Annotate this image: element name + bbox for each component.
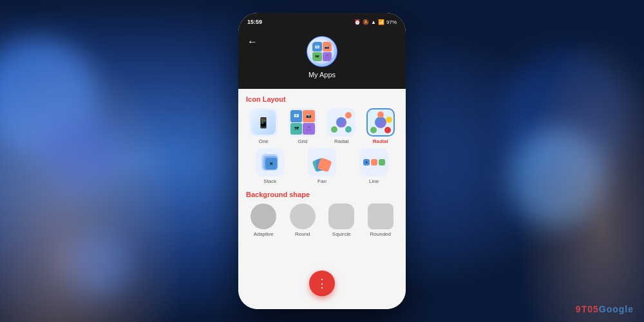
layout-grid-icon: 📧 📷 🗺 🎵 bbox=[289, 108, 317, 137]
status-icons: ⏰ 🔕 ▲ 📶 97% bbox=[354, 19, 397, 25]
shape-rounded-icon bbox=[368, 204, 393, 229]
fab-button[interactable]: ⋮ bbox=[309, 270, 335, 296]
layout-grid[interactable]: 📧 📷 🗺 🎵 Grid bbox=[285, 108, 321, 144]
layout-grid-label: Grid bbox=[298, 138, 307, 144]
layout-line-label: Line bbox=[369, 178, 379, 184]
layout-radial2-label: Radial bbox=[373, 138, 388, 144]
shape-grid: Adaptive Round Squircle Rounded bbox=[246, 204, 398, 237]
layout-one-icon: 📱 bbox=[249, 108, 278, 137]
bg-shape-label: Background shape bbox=[246, 191, 398, 198]
status-bar: 15:59 ⏰ 🔕 ▲ 📶 97% bbox=[238, 13, 406, 31]
wifi-icon: ▲ bbox=[371, 19, 376, 25]
fab-icon: ⋮ bbox=[316, 276, 328, 290]
signal-icon: 📶 bbox=[378, 19, 384, 25]
phone: 15:59 ⏰ 🔕 ▲ 📶 97% ← 📧 bbox=[238, 13, 406, 309]
shape-adaptive-icon bbox=[251, 204, 276, 229]
app-header: ← 📧 📷 🗺 🎵 My Apps bbox=[238, 31, 406, 89]
layout-stack-label: Stack bbox=[263, 178, 276, 184]
app-title: My Apps bbox=[308, 71, 336, 79]
shape-squircle-icon bbox=[328, 204, 354, 229]
bokeh-4 bbox=[509, 129, 605, 225]
watermark-google: Google bbox=[599, 304, 634, 314]
watermark: 9T05Google bbox=[576, 304, 634, 314]
layout-radial2-icon bbox=[366, 108, 395, 137]
layout-line[interactable]: ✕ Line bbox=[350, 148, 398, 184]
shape-round-icon bbox=[290, 204, 316, 229]
layout-one-label: One bbox=[259, 138, 269, 144]
shape-squircle-label: Squircle bbox=[332, 231, 351, 237]
phone-wrapper: 15:59 ⏰ 🔕 ▲ 📶 97% ← 📧 bbox=[238, 13, 406, 309]
layout-one[interactable]: 📱 One bbox=[246, 108, 281, 144]
layout-radial1-icon bbox=[327, 108, 355, 137]
icon-layout-label: Icon Layout bbox=[246, 95, 398, 103]
icon-layout-grid-row2: ✕ Stack bbox=[246, 148, 398, 184]
layout-stack[interactable]: ✕ Stack bbox=[246, 148, 294, 184]
bokeh-2 bbox=[39, 116, 116, 193]
battery-level: 97% bbox=[386, 19, 397, 25]
app-icon: 📧 📷 🗺 🎵 bbox=[307, 36, 337, 67]
layout-radial1[interactable]: Radial bbox=[324, 108, 359, 144]
layout-fan[interactable]: Fan bbox=[298, 148, 346, 184]
screen: 15:59 ⏰ 🔕 ▲ 📶 97% ← 📧 bbox=[238, 13, 406, 309]
icon-layout-grid-row1: 📱 One 📧 📷 🗺 🎵 bbox=[246, 108, 398, 144]
shape-round[interactable]: Round bbox=[285, 204, 321, 237]
scene: 15:59 ⏰ 🔕 ▲ 📶 97% ← 📧 bbox=[0, 0, 644, 322]
shape-rounded-label: Rounded bbox=[370, 231, 391, 237]
layout-line-icon: ✕ bbox=[360, 148, 388, 176]
shape-round-label: Round bbox=[295, 231, 310, 237]
shape-adaptive-label: Adaptive bbox=[254, 231, 274, 237]
status-time: 15:59 bbox=[247, 19, 262, 25]
layout-stack-icon: ✕ bbox=[256, 148, 284, 176]
shape-squircle[interactable]: Squircle bbox=[324, 204, 359, 237]
layout-fan-label: Fan bbox=[317, 178, 327, 184]
layout-radial2[interactable]: Radial bbox=[363, 108, 399, 144]
layout-radial1-label: Radial bbox=[334, 138, 349, 144]
watermark-9to5: 9T05 bbox=[576, 304, 599, 314]
shape-rounded[interactable]: Rounded bbox=[363, 204, 399, 237]
layout-fan-icon bbox=[308, 148, 336, 176]
shape-adaptive[interactable]: Adaptive bbox=[246, 204, 281, 237]
back-button[interactable]: ← bbox=[247, 36, 258, 48]
alarm-icon: ⏰ bbox=[354, 19, 361, 25]
bokeh-5 bbox=[64, 232, 129, 296]
mute-icon: 🔕 bbox=[363, 19, 369, 25]
